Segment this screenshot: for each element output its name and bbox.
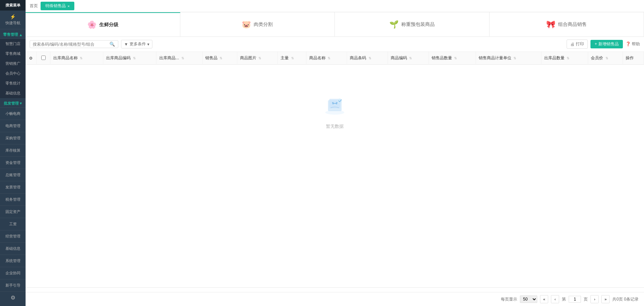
sidebar-item-inventory[interactable]: 库存核算 bbox=[0, 144, 26, 157]
meat-cut-icon: 🐷 bbox=[242, 20, 251, 29]
tab-fresh-grade[interactable]: 🌸 生鲜分级 bbox=[26, 12, 180, 36]
sidebar-item-member-center[interactable]: 会员中心 bbox=[0, 68, 26, 78]
col-product-img-label: 商品图片 bbox=[240, 56, 256, 60]
tab-meat-cut-label: 肉类分割 bbox=[254, 21, 273, 28]
basic-info2-label: 基础信息 bbox=[5, 246, 20, 251]
sidebar-item-general-ledger[interactable]: 总账管理 bbox=[0, 169, 26, 181]
sidebar-item-enterprise[interactable]: 企业协同 bbox=[0, 267, 26, 279]
empty-state-icon bbox=[321, 92, 348, 119]
sidebar-item-mini-ecom[interactable]: 小畅电商 bbox=[0, 108, 26, 120]
ecom-mgmt-label: 电商管理 bbox=[5, 123, 20, 128]
svg-point-3 bbox=[332, 102, 334, 104]
tab-scale-pack[interactable]: 🌱 称重预包装商品 bbox=[335, 12, 490, 36]
col-sale-item[interactable]: 销售品 ⇅ bbox=[203, 52, 237, 65]
help-button[interactable]: ❓ 帮助 bbox=[626, 41, 640, 47]
next-page-button[interactable]: › bbox=[590, 295, 599, 303]
sort-icon-product-code: ⇅ bbox=[409, 56, 412, 60]
sidebar-item-ecom-mgmt[interactable]: 电商管理 bbox=[0, 120, 26, 132]
sort-icon-out-name: ⇅ bbox=[80, 56, 83, 60]
fresh-grade-icon: 🌸 bbox=[87, 20, 96, 29]
col-sale-item-label: 销售品 bbox=[205, 56, 218, 60]
col-main-weight[interactable]: 主量 ⇅ bbox=[278, 52, 306, 65]
home-breadcrumb[interactable]: 首页 bbox=[30, 3, 38, 9]
search-box[interactable]: 🔍 bbox=[30, 40, 118, 48]
empty-text: 暂无数据 bbox=[326, 123, 344, 129]
sidebar-item-invoice[interactable]: 发票管理 bbox=[0, 181, 26, 194]
col-sale-unit[interactable]: 销售商品计量单位 ⇅ bbox=[476, 52, 541, 65]
prev-page-button[interactable]: ‹ bbox=[551, 295, 559, 303]
col-member-price[interactable]: 会员价 ⇅ bbox=[588, 52, 623, 65]
filter-button[interactable]: ▼ 更多条件 ▾ bbox=[121, 40, 152, 48]
filter-arrow-icon: ▾ bbox=[147, 42, 149, 47]
toolbar-right: 🖨 打印 + 新增销售品 ❓ 帮助 bbox=[567, 40, 640, 49]
col-member-price-label: 会员价 bbox=[591, 56, 603, 60]
sidebar-item-finance[interactable]: 资金管理 bbox=[0, 157, 26, 169]
add-product-button[interactable]: + 新增销售品 bbox=[590, 40, 623, 48]
sidebar-item-ops[interactable]: 经营管理 bbox=[0, 230, 26, 243]
col-out-qty[interactable]: 出库品数量 ⇅ bbox=[541, 52, 588, 65]
last-page-button[interactable]: » bbox=[601, 295, 610, 303]
search-icon[interactable]: 🔍 bbox=[109, 42, 115, 47]
sidebar-section-retail[interactable]: 零售管理 ▲ bbox=[0, 29, 26, 39]
sidebar-logo[interactable]: 搜索菜单 bbox=[0, 0, 26, 11]
current-tab-badge[interactable]: 特殊销售品 × bbox=[41, 2, 74, 10]
topbar: 首页 特殊销售品 × bbox=[26, 0, 644, 12]
wages-label: 工资 bbox=[9, 221, 17, 227]
sidebar-item-smart-store[interactable]: 智慧门店 bbox=[0, 39, 26, 49]
col-out-code[interactable]: 出库商品编码 ⇅ bbox=[103, 52, 156, 65]
smart-store-label: 智慧门店 bbox=[5, 42, 20, 46]
col-sale-qty[interactable]: 销售品数量 ⇅ bbox=[429, 52, 476, 65]
system-label: 系统管理 bbox=[5, 258, 20, 263]
ops-label: 经营管理 bbox=[5, 234, 20, 239]
table-header-row: ⚙ 出库商品名称 ⇅ 出库商品编码 ⇅ 出库商品... bbox=[26, 52, 644, 65]
col-product-name[interactable]: 商品名称 ⇅ bbox=[306, 52, 347, 65]
col-product-name-label: 商品名称 bbox=[309, 56, 326, 60]
tab-combo-sales-label: 组合商品销售 bbox=[558, 21, 587, 28]
tab-meat-cut[interactable]: 🐷 肉类分割 bbox=[180, 12, 335, 36]
horizontal-scrollbar[interactable] bbox=[26, 287, 644, 292]
col-product-code-label: 商品编码 bbox=[391, 56, 407, 60]
sidebar-item-basic-info[interactable]: 基础信息 bbox=[0, 88, 26, 98]
tab-combo-sales[interactable]: 🎀 组合商品销售 bbox=[490, 12, 644, 36]
sidebar-item-sales-promo[interactable]: 营销推广 bbox=[0, 59, 26, 68]
settings-gear-button[interactable]: ⚙ bbox=[0, 292, 26, 304]
inventory-label: 库存核算 bbox=[5, 148, 20, 153]
sidebar-item-purchase[interactable]: 采购管理 bbox=[0, 132, 26, 144]
wholesale-label: 批发管理 bbox=[4, 101, 19, 106]
first-page-button[interactable]: « bbox=[540, 295, 548, 303]
sidebar-item-retail-stats[interactable]: 零售统计 bbox=[0, 78, 26, 88]
sidebar-item-fixed-assets[interactable]: 固定资产 bbox=[0, 206, 26, 218]
total-records-text: 共0页 0条记录 bbox=[612, 296, 639, 302]
general-ledger-label: 总账管理 bbox=[5, 172, 20, 178]
select-all-checkbox[interactable] bbox=[41, 56, 46, 60]
sidebar-item-tax[interactable]: 税务管理 bbox=[0, 194, 26, 206]
col-settings[interactable]: ⚙ bbox=[26, 52, 36, 65]
sidebar-item-basic-info2[interactable]: 基础信息 bbox=[0, 243, 26, 255]
sidebar-item-system[interactable]: 系统管理 bbox=[0, 255, 26, 267]
col-out-spec[interactable]: 出库商品... ⇅ bbox=[156, 52, 203, 65]
data-table: ⚙ 出库商品名称 ⇅ 出库商品编码 ⇅ 出库商品... bbox=[26, 52, 644, 65]
close-tab-button[interactable]: × bbox=[68, 4, 70, 8]
search-input[interactable] bbox=[33, 42, 108, 47]
print-button[interactable]: 🖨 打印 bbox=[567, 40, 588, 49]
fixed-assets-label: 固定资产 bbox=[5, 209, 20, 214]
page-number-input[interactable] bbox=[569, 296, 581, 303]
sort-icon-out-code: ⇅ bbox=[133, 56, 136, 60]
sidebar-item-retail-mall[interactable]: 零售商城 bbox=[0, 49, 26, 59]
col-product-code[interactable]: 商品编码 ⇅ bbox=[388, 52, 429, 65]
sidebar-item-quick-nav[interactable]: ⚡ 快捷导航 bbox=[0, 11, 26, 29]
retail-mgmt-arrow: ▲ bbox=[19, 33, 23, 37]
col-out-qty-label: 出库品数量 bbox=[544, 56, 565, 60]
col-barcode[interactable]: 商品条码 ⇅ bbox=[347, 52, 388, 65]
sidebar-section-wholesale[interactable]: 批发管理 ▾ bbox=[0, 98, 26, 108]
sales-promo-label: 营销推广 bbox=[5, 61, 20, 65]
col-checkbox[interactable] bbox=[36, 52, 50, 65]
sort-icon-member-price: ⇅ bbox=[605, 56, 608, 60]
main-content: 首页 特殊销售品 × 🌸 生鲜分级 🐷 肉类分割 🌱 称重预包装商品 🎀 组合商… bbox=[26, 0, 644, 306]
col-out-name[interactable]: 出库商品名称 ⇅ bbox=[50, 52, 103, 65]
sidebar-item-newbie[interactable]: 新手引导 bbox=[0, 279, 26, 292]
col-product-img[interactable]: 商品图片 ⇅ bbox=[237, 52, 278, 65]
column-settings-icon[interactable]: ⚙ bbox=[29, 56, 33, 61]
sidebar-item-wages[interactable]: 工资 bbox=[0, 218, 26, 230]
per-page-select[interactable]: 50 10 20 100 bbox=[520, 295, 537, 303]
